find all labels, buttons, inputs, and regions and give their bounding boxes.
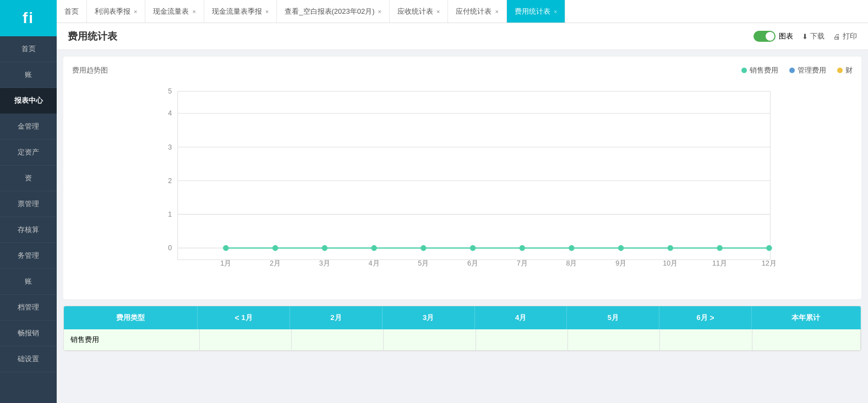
chart-toggle[interactable] <box>754 31 776 42</box>
close-tab-cashflow[interactable]: × <box>192 8 195 15</box>
th-type: 费用类型 <box>64 306 198 329</box>
chart-point <box>470 245 476 251</box>
svg-text:1: 1 <box>168 211 172 218</box>
chart-point <box>322 245 328 251</box>
tab-home[interactable]: 首页 <box>57 0 87 23</box>
close-tab-cashflow-quarterly[interactable]: × <box>265 8 269 15</box>
td-m2 <box>292 329 384 350</box>
tab-cashflow-quarterly[interactable]: 现金流量表季报 × <box>204 0 277 23</box>
sidebar-item-report-center[interactable]: 报表中心 <box>0 88 57 114</box>
svg-text:11月: 11月 <box>712 260 727 267</box>
tab-expense-stat[interactable]: 费用统计表 × <box>507 0 565 23</box>
sidebar-item-home[interactable]: 首页 <box>0 36 57 62</box>
chart-point <box>618 245 624 251</box>
sidebar-item-basic-settings[interactable]: 础设置 <box>0 346 57 372</box>
chart-title: 费用趋势图 <box>72 65 108 75</box>
sidebar-item-assets[interactable]: 资 <box>0 165 57 191</box>
sidebar-item-inventory[interactable]: 存核算 <box>0 217 57 243</box>
line-chart: 0 1 2 3 4 5 <box>72 80 853 289</box>
expense-table: 费用类型 < 1月 2月 3月 4月 5月 <box>63 306 861 351</box>
svg-text:6月: 6月 <box>467 260 478 267</box>
td-m3 <box>384 329 476 350</box>
svg-text:9月: 9月 <box>615 260 626 267</box>
close-tab-profit-quarterly[interactable]: × <box>134 8 137 15</box>
svg-text:3月: 3月 <box>319 260 330 267</box>
svg-text:4月: 4月 <box>369 260 380 267</box>
page-title: 费用统计表 <box>68 30 117 43</box>
chart-point <box>717 245 723 251</box>
prev-months-button[interactable]: < <box>234 313 239 322</box>
td-m1 <box>200 329 292 350</box>
chart-point <box>272 245 279 251</box>
sidebar-logo: fi <box>0 0 57 36</box>
th-m5: 5月 <box>567 306 659 329</box>
legend-finance-expense: 财 <box>837 65 853 75</box>
td-m5 <box>568 329 660 350</box>
svg-text:2月: 2月 <box>270 260 281 267</box>
legend-label-finance: 财 <box>845 65 853 75</box>
legend-dot-sales <box>741 68 747 73</box>
chart-toggle-label: 图表 <box>779 31 793 41</box>
svg-text:2: 2 <box>168 177 172 185</box>
legend-dot-admin <box>789 68 795 73</box>
sidebar-item-payable[interactable]: 账 <box>0 269 57 295</box>
svg-text:10月: 10月 <box>663 260 678 267</box>
chart-point <box>519 245 525 251</box>
chart-point <box>668 245 674 251</box>
print-button[interactable]: 🖨 打印 <box>833 31 857 41</box>
legend-admin-expense: 管理费用 <box>789 65 826 75</box>
sidebar-item-file-mgmt[interactable]: 档管理 <box>0 295 57 321</box>
download-button[interactable]: ⬇ 下载 <box>802 31 825 41</box>
tab-payable-stat[interactable]: 应付统计表 × <box>448 0 506 23</box>
td-m6 <box>660 329 752 350</box>
svg-text:5: 5 <box>168 87 172 95</box>
next-months-button[interactable]: > <box>710 313 714 322</box>
svg-text:5月: 5月 <box>418 260 429 267</box>
svg-text:4: 4 <box>168 109 172 117</box>
td-type: 销售费用 <box>64 329 200 350</box>
sidebar-item-invoice-mgmt[interactable]: 票管理 <box>0 191 57 217</box>
table-row: 销售费用 <box>64 329 861 351</box>
th-m6: 6月 > <box>659 306 752 329</box>
svg-text:3: 3 <box>168 143 172 151</box>
main-area: 首页 利润表季报 × 现金流量表 × 现金流量表季报 × 查看_空白报表(202… <box>57 0 868 403</box>
sidebar-item-account[interactable]: 账 <box>0 62 57 88</box>
chart-point <box>371 245 377 251</box>
tab-profit-quarterly[interactable]: 利润表季报 × <box>87 0 145 23</box>
legend-dot-finance <box>837 68 843 73</box>
td-m4 <box>476 329 568 350</box>
sidebar-item-sales-return[interactable]: 畅报销 <box>0 321 57 346</box>
svg-text:12月: 12月 <box>762 260 777 267</box>
print-icon: 🖨 <box>833 32 840 41</box>
header-actions: 图表 ⬇ 下载 🖨 打印 <box>754 31 857 42</box>
th-m2: 2月 <box>290 306 383 329</box>
close-tab-expense-stat[interactable]: × <box>554 8 557 15</box>
legend-label-sales: 销售费用 <box>750 65 778 75</box>
sidebar-item-fixed-assets[interactable]: 定资产 <box>0 140 57 165</box>
close-tab-receivable[interactable]: × <box>436 8 440 15</box>
chart-point <box>223 245 229 251</box>
th-accum: 本年累计 <box>752 306 861 329</box>
legend-label-admin: 管理费用 <box>798 65 826 75</box>
svg-text:1月: 1月 <box>220 260 231 267</box>
close-tab-blank-report[interactable]: × <box>378 8 381 15</box>
svg-text:0: 0 <box>168 244 172 252</box>
tab-cashflow[interactable]: 现金流量表 × <box>145 0 204 23</box>
sidebar: fi 首页 账 报表中心 金管理 定资产 资 票管理 存核算 务管理 账 档管理… <box>0 0 57 403</box>
tab-blank-report[interactable]: 查看_空白报表(2023年02月) × <box>277 0 390 23</box>
download-icon: ⬇ <box>802 32 808 41</box>
content-area: 费用统计表 图表 ⬇ 下载 🖨 打印 费用趋势图 <box>57 23 868 403</box>
chart-point <box>421 245 427 251</box>
close-tab-payable-stat[interactable]: × <box>495 8 498 15</box>
chart-toggle-wrap: 图表 <box>754 31 793 42</box>
tab-receivable[interactable]: 应收统计表 × <box>390 0 448 23</box>
th-m3: 3月 <box>383 306 475 329</box>
td-accum <box>752 329 861 350</box>
sidebar-item-fund-mgmt[interactable]: 金管理 <box>0 114 57 140</box>
tab-bar: 首页 利润表季报 × 现金流量表 × 现金流量表季报 × 查看_空白报表(202… <box>57 0 868 23</box>
table-header: 费用类型 < 1月 2月 3月 4月 5月 <box>64 306 861 329</box>
sidebar-item-service-mgmt[interactable]: 务管理 <box>0 243 57 269</box>
chart-point <box>569 245 575 251</box>
th-m1: < 1月 <box>198 306 290 329</box>
chart-point <box>766 245 772 251</box>
